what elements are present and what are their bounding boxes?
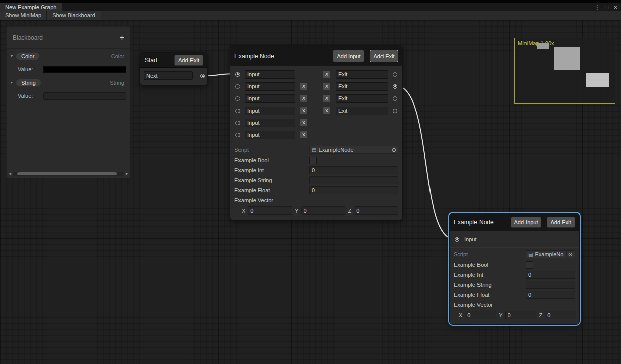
blackboard-field-string[interactable]: ▾ String String <box>7 76 130 89</box>
vector-y-label: Y <box>499 312 502 318</box>
tab-new-example-graph[interactable]: New Example Graph <box>0 3 62 11</box>
blackboard-field-pill[interactable]: Color <box>16 52 40 60</box>
input-port[interactable] <box>455 237 459 242</box>
start-node[interactable]: Start Add Exit <box>140 52 208 85</box>
vector-y-input[interactable] <box>301 206 346 215</box>
example-float-input[interactable] <box>526 291 575 299</box>
vector-y-label: Y <box>295 207 298 214</box>
remove-exit-button[interactable]: X <box>323 82 331 90</box>
edge-node1-to-node2[interactable] <box>396 86 454 239</box>
object-picker-icon[interactable]: ⊙ <box>566 251 573 258</box>
input-name-field[interactable] <box>245 107 295 115</box>
remove-exit-button[interactable]: X <box>323 70 331 78</box>
blackboard-panel[interactable]: Blackboard + ▾ Color Color Value: ▾ Stri… <box>6 26 131 178</box>
input-port[interactable] <box>235 84 240 89</box>
scrollbar-track[interactable] <box>13 172 124 176</box>
example-float-row: Example Float <box>450 290 579 300</box>
more-options-icon[interactable]: ⋮ <box>594 4 600 11</box>
minimap-panel[interactable]: MiniMap 1.00x <box>514 38 615 104</box>
exit-port[interactable] <box>393 84 397 89</box>
input-port-row: X <box>235 105 308 117</box>
remove-input-button[interactable]: X <box>300 119 308 127</box>
object-picker-icon[interactable]: ⊙ <box>390 147 396 153</box>
vector-x-label: X <box>459 312 462 318</box>
remove-input-button[interactable]: X <box>300 107 308 115</box>
exit-port[interactable] <box>393 96 397 101</box>
script-icon: ▤ <box>528 252 533 257</box>
blackboard-title: Blackboard <box>13 34 120 41</box>
example-string-label: Example String <box>454 282 526 288</box>
example-int-input[interactable] <box>309 166 398 174</box>
input-port[interactable] <box>235 109 240 113</box>
remove-exit-button[interactable]: X <box>323 94 331 102</box>
example-string-input[interactable] <box>309 176 398 184</box>
input-name-field[interactable] <box>245 94 295 103</box>
remove-input-button[interactable]: X <box>300 131 308 139</box>
example-vector-label: Example Vector <box>234 197 398 203</box>
minimap-node-start[interactable] <box>537 43 549 49</box>
show-blackboard-button[interactable]: Show Blackboard <box>47 11 101 20</box>
example-node-2-selected[interactable]: Example Node Add Input Add Exit Input Sc… <box>449 213 580 325</box>
show-minimap-button[interactable]: Show MiniMap <box>0 11 47 20</box>
node-header[interactable]: Example Node Add Input Add Exit <box>450 213 579 231</box>
start-node-header[interactable]: Start Add Exit <box>140 53 207 68</box>
exit-name-field[interactable] <box>336 70 388 79</box>
exit-port[interactable] <box>393 72 397 77</box>
add-input-button[interactable]: Add Input <box>333 50 364 62</box>
blackboard-field-color[interactable]: ▾ Color Color <box>7 49 130 63</box>
example-bool-checkbox[interactable] <box>309 157 317 164</box>
scroll-right-icon[interactable]: ▶ <box>125 172 129 176</box>
script-label: Script <box>454 251 526 257</box>
add-exit-button[interactable]: Add Exit <box>547 217 575 228</box>
output-port[interactable] <box>200 74 205 78</box>
input-name-field[interactable] <box>245 131 295 139</box>
vector-x-input[interactable] <box>465 311 496 319</box>
blackboard-string-value-row: Value: <box>7 89 130 102</box>
example-float-input[interactable] <box>309 186 398 194</box>
maximize-icon[interactable]: □ <box>605 4 608 10</box>
exit-name-field[interactable] <box>336 107 388 115</box>
vector-y-input[interactable] <box>505 311 537 319</box>
vector-z-label: Z <box>539 312 542 318</box>
minimap-node-example-1[interactable] <box>554 47 580 70</box>
vector-x-input[interactable] <box>248 206 292 215</box>
minimap-node-example-2[interactable] <box>586 73 609 87</box>
input-port[interactable] <box>235 96 240 101</box>
graph-canvas[interactable]: Blackboard + ▾ Color Color Value: ▾ Stri… <box>0 20 621 364</box>
example-node-1[interactable]: Example Node Add Input Add Exit X X <box>230 45 403 220</box>
node-header[interactable]: Example Node Add Input Add Exit <box>230 46 402 66</box>
example-int-input[interactable] <box>526 271 575 279</box>
exit-name-field[interactable] <box>336 94 388 103</box>
example-bool-checkbox[interactable] <box>526 261 533 269</box>
example-string-input[interactable] <box>526 281 575 289</box>
close-icon[interactable]: ✕ <box>613 4 618 11</box>
input-name-field[interactable] <box>245 70 295 79</box>
blackboard-add-button[interactable]: + <box>120 34 124 42</box>
vector-z-input[interactable] <box>545 311 576 319</box>
exit-port[interactable] <box>393 109 397 113</box>
blackboard-field-pill[interactable]: String <box>16 79 41 87</box>
remove-input-button[interactable]: X <box>300 94 308 102</box>
input-name-field[interactable] <box>245 119 295 127</box>
color-swatch[interactable] <box>43 66 126 73</box>
script-object-field[interactable]: ▤ ExampleNode ⊙ <box>309 146 398 154</box>
remove-exit-button[interactable]: X <box>323 107 331 115</box>
string-value-input[interactable] <box>43 92 126 100</box>
vector-z-input[interactable] <box>354 206 398 215</box>
script-object-field[interactable]: ▤ ExampleNo ⊙ <box>526 250 575 258</box>
input-name-field[interactable] <box>245 82 295 91</box>
input-port[interactable] <box>235 72 240 77</box>
add-input-button[interactable]: Add Input <box>511 217 541 228</box>
chevron-down-icon[interactable]: ▾ <box>11 80 13 85</box>
blackboard-scrollbar[interactable]: ◀ ▶ <box>8 171 129 176</box>
input-port[interactable] <box>235 133 240 137</box>
remove-input-button[interactable]: X <box>300 82 308 90</box>
scroll-left-icon[interactable]: ◀ <box>8 172 12 176</box>
add-exit-button[interactable]: Add Exit <box>174 55 203 66</box>
scrollbar-thumb[interactable] <box>17 172 117 175</box>
exit-name-field[interactable] <box>144 71 193 80</box>
chevron-down-icon[interactable]: ▾ <box>11 54 13 58</box>
input-port[interactable] <box>235 121 240 125</box>
exit-name-field[interactable] <box>336 82 388 91</box>
add-exit-button[interactable]: Add Exit <box>370 50 398 62</box>
